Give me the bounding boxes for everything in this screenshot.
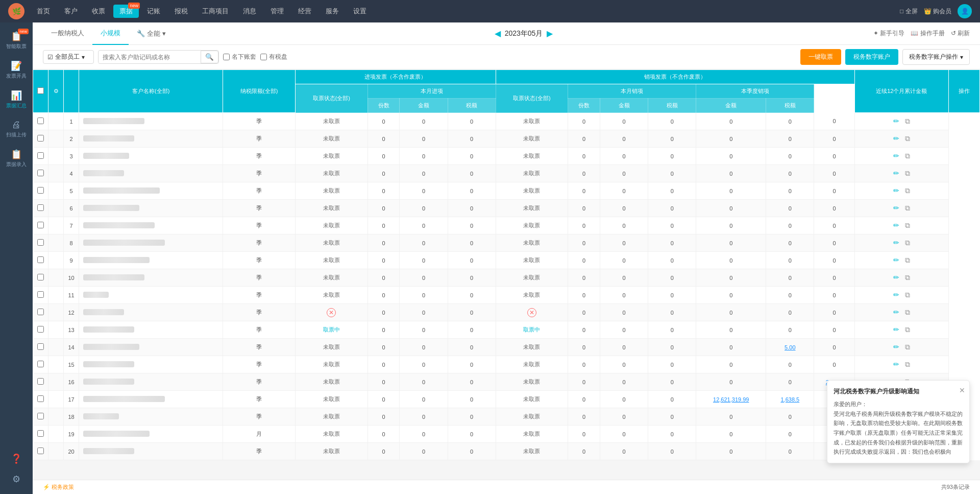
sr-amount[interactable]: 12,621,319.99 — [713, 396, 749, 403]
copy-btn[interactable]: ⧉ — [903, 203, 912, 214]
nav-business[interactable]: 工商项目 — [196, 5, 235, 18]
edit-btn[interactable]: ✏ — [891, 185, 901, 196]
sub-ledger-checkbox-label[interactable]: 名下账套 — [223, 53, 256, 61]
fullscreen-btn[interactable]: □ 全屏 — [900, 7, 918, 16]
row-checkbox[interactable] — [37, 395, 44, 402]
tab-all[interactable]: 🔧 全能 ▾ — [129, 23, 174, 44]
copy-btn[interactable]: ⧉ — [903, 290, 912, 300]
row-checkbox[interactable] — [37, 326, 44, 333]
row-checkbox[interactable] — [37, 256, 44, 263]
row-checkbox[interactable] — [37, 448, 44, 454]
copy-btn[interactable]: ⧉ — [903, 255, 912, 266]
row-checkbox[interactable] — [37, 309, 44, 315]
nav-manage[interactable]: 管理 — [264, 5, 290, 18]
table-settings-icon[interactable]: ⚙ — [54, 88, 59, 94]
sidebar-item-summary[interactable]: 📊 票据汇总 — [2, 86, 31, 113]
nav-service[interactable]: 服务 — [320, 5, 345, 18]
copy-btn[interactable]: ⧉ — [903, 116, 912, 127]
row-checkbox[interactable] — [37, 117, 44, 124]
edit-btn[interactable]: ✏ — [891, 359, 901, 369]
member-btn[interactable]: 👑 购会员 — [924, 7, 951, 16]
edit-btn[interactable]: ✏ — [891, 151, 901, 161]
sub-ledger-checkbox[interactable] — [223, 54, 230, 60]
nav-operation[interactable]: 经营 — [292, 5, 317, 18]
sidebar-help[interactable]: ❓ — [2, 449, 31, 469]
row-checkbox[interactable] — [37, 170, 44, 176]
notice-close-btn[interactable]: ✕ — [959, 385, 965, 396]
nav-accounting[interactable]: 记账 — [141, 5, 166, 18]
copy-btn[interactable]: ⧉ — [903, 133, 912, 144]
edit-btn[interactable]: ✏ — [891, 342, 901, 352]
search-button[interactable]: 🔍 — [201, 51, 218, 63]
row-checkbox[interactable] — [37, 239, 44, 246]
copy-btn[interactable]: ⧉ — [903, 272, 912, 283]
copy-btn[interactable]: ⧉ — [903, 324, 912, 335]
has-tax-checkbox-label[interactable]: 有税盘 — [260, 53, 287, 61]
copy-btn[interactable]: ⧉ — [903, 151, 912, 161]
edit-btn[interactable]: ✏ — [891, 238, 901, 248]
col-output-status-header[interactable]: 取票状态(全部) — [496, 84, 568, 113]
copy-btn[interactable]: ⧉ — [903, 359, 912, 370]
row-checkbox[interactable] — [37, 152, 44, 159]
row-checkbox[interactable] — [37, 291, 44, 298]
employee-selector[interactable]: ☑ 全部员工 ▾ — [43, 50, 94, 64]
sidebar-item-scan[interactable]: 🖨 扫描上传 — [2, 115, 31, 143]
copy-btn[interactable]: ⧉ — [903, 220, 912, 231]
sr-tax[interactable]: 5.00 — [785, 344, 795, 350]
select-all-checkbox[interactable] — [37, 87, 44, 94]
row-checkbox[interactable] — [37, 343, 44, 350]
edit-btn[interactable]: ✏ — [891, 168, 901, 178]
col-input-status-header[interactable]: 取票状态(全部) — [296, 84, 368, 113]
nav-message[interactable]: 消息 — [237, 5, 262, 18]
row-checkbox[interactable] — [37, 187, 44, 194]
prev-month-btn[interactable]: ◀ — [495, 29, 501, 38]
tax-policy-link[interactable]: ⚡ 税务政策 — [43, 483, 74, 491]
manual-btn[interactable]: 📖 操作手册 — [911, 29, 944, 38]
edit-btn[interactable]: ✏ — [891, 324, 901, 335]
nav-tax[interactable]: 报税 — [168, 5, 194, 18]
row-checkbox[interactable] — [37, 204, 44, 211]
edit-btn[interactable]: ✏ — [891, 220, 901, 230]
col-customer-header[interactable]: 客户名称(全部) — [79, 70, 223, 113]
nav-settings[interactable]: 设置 — [347, 5, 373, 18]
sidebar-item-entry[interactable]: 📋 票据录入 — [2, 145, 31, 172]
sidebar-item-smart-invoice[interactable]: 📋 智能取票 new — [2, 27, 31, 54]
nav-customer[interactable]: 客户 — [58, 5, 84, 18]
one-click-invoice-btn[interactable]: 一键取票 — [800, 49, 841, 65]
row-checkbox[interactable] — [37, 222, 44, 228]
sidebar-item-issue-invoice[interactable]: 📝 发票开具 — [2, 56, 31, 84]
tax-digital-btn[interactable]: 税务数字账户 — [845, 49, 898, 65]
tax-digital-ops-btn[interactable]: 税务数字账户操作 ▾ — [902, 49, 970, 65]
search-input[interactable] — [99, 52, 201, 63]
edit-btn[interactable]: ✏ — [891, 307, 901, 317]
edit-btn[interactable]: ✏ — [891, 290, 901, 300]
nav-income[interactable]: 收票 — [86, 5, 111, 18]
nav-home[interactable]: 首页 — [31, 5, 56, 18]
copy-btn[interactable]: ⧉ — [903, 168, 912, 179]
copy-btn[interactable]: ⧉ — [903, 342, 912, 352]
copy-btn[interactable]: ⧉ — [903, 238, 912, 248]
col-quota-header[interactable]: 纳税限额(全部) — [223, 70, 296, 113]
tab-general[interactable]: 一般纳税人 — [43, 22, 92, 45]
sr-tax[interactable]: 1,638.5 — [780, 396, 799, 403]
edit-btn[interactable]: ✏ — [891, 203, 901, 213]
edit-btn[interactable]: ✏ — [891, 272, 901, 283]
row-checkbox[interactable] — [37, 430, 44, 437]
sidebar-settings[interactable]: ⚙ — [2, 469, 31, 490]
row-checkbox[interactable] — [37, 361, 44, 367]
edit-btn[interactable]: ✏ — [891, 116, 901, 126]
copy-btn[interactable]: ⧉ — [903, 307, 912, 318]
copy-btn[interactable]: ⧉ — [903, 185, 912, 196]
nav-invoice[interactable]: 票据 new — [113, 5, 139, 18]
row-checkbox[interactable] — [37, 274, 44, 280]
new-guide-btn[interactable]: ✦ 新手引导 — [873, 29, 904, 38]
edit-btn[interactable]: ✏ — [891, 255, 901, 265]
row-checkbox[interactable] — [37, 413, 44, 419]
edit-btn[interactable]: ✏ — [891, 133, 901, 144]
has-tax-checkbox[interactable] — [260, 54, 267, 60]
user-avatar[interactable]: 👤 — [958, 4, 972, 18]
next-month-btn[interactable]: ▶ — [547, 29, 553, 38]
tab-small[interactable]: 小规模 — [92, 22, 129, 45]
row-checkbox[interactable] — [37, 135, 44, 142]
row-checkbox[interactable] — [37, 378, 44, 385]
